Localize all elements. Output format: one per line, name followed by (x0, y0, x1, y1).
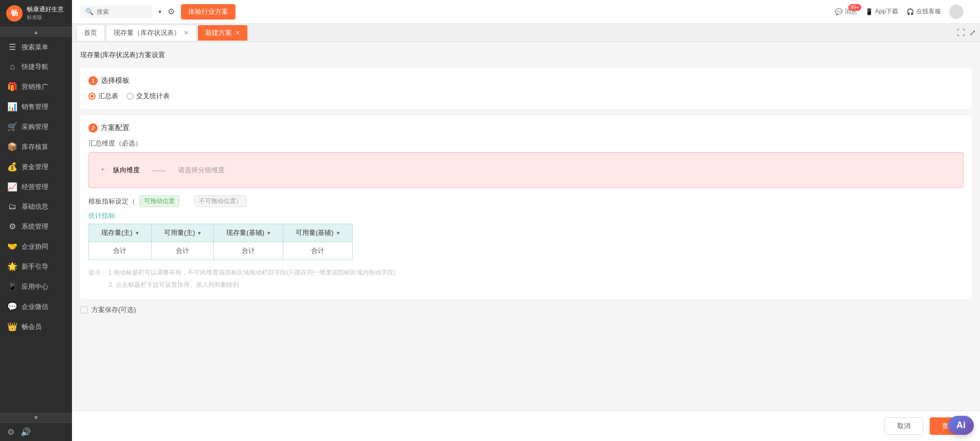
dimension-box: * 纵向维度 —— 请选择分组维度 (88, 152, 964, 188)
sidebar-item-label: 企业微信 (22, 302, 48, 311)
tag-fixed: 不可拖动位置） (194, 195, 247, 207)
step2-badge: 2 (88, 123, 98, 133)
col-available-qty-aux[interactable]: 可用量(基辅) ▾ (283, 224, 353, 242)
tab-inventory-close[interactable]: ✕ (184, 29, 189, 36)
tab-new-scheme[interactable]: 新建方案 ✕ (197, 25, 248, 41)
indicator-settings: 模板指标设定（ 可拖动位置 不可拖动位置） 统计指标 现存量(主) (88, 195, 964, 291)
speaker-icon[interactable]: 🔊 (21, 427, 31, 437)
col-current-qty-aux-dropdown[interactable]: ▾ (267, 230, 270, 236)
stat-table-data-row: 合计 合计 合计 合计 (89, 242, 353, 260)
col-current-qty-main[interactable]: 现存量(主) ▾ (89, 224, 152, 242)
sidebar-item-label: 新手引导 (22, 262, 48, 271)
sidebar-item-label: 基础信息 (22, 202, 48, 211)
tag-movable: 可拖动位置 (139, 195, 179, 207)
sidebar: 畅 畅康通好生意 标准版 ▲ ☰ 搜索菜单 ⌂ 快捷导航 🎁 营销推广 📊 销售… (0, 0, 72, 441)
tab-inventory-status[interactable]: 现存量（库存状况表） ✕ (106, 25, 196, 41)
radio-cross[interactable]: 交叉统计表 (126, 91, 170, 101)
template-radio-group: 汇总表 交叉统计表 (88, 91, 964, 101)
topbar: 🔍 ▾ ⚙ 体验行业方案 💬 消息 99+ 📱 App下载 🎧 在线客服 (72, 0, 980, 24)
search-icon: 🔍 (85, 8, 94, 15)
save-checkbox[interactable] (80, 306, 87, 314)
message-icon: 💬 (835, 8, 843, 15)
col-current-qty-main-dropdown[interactable]: ▾ (136, 230, 139, 236)
sidebar-item-operations[interactable]: 📈 经营管理 (0, 177, 72, 197)
required-mark: * (101, 167, 104, 174)
sidebar-item-base-info[interactable]: 🗂 基础信息 (0, 197, 72, 216)
stat-table-container: 统计指标 现存量(主) ▾ (88, 211, 964, 260)
bottom-actions: 取消 查询 (72, 411, 980, 441)
stat-table: 现存量(主) ▾ 可用量(主) ▾ (88, 224, 353, 260)
expand-icon[interactable]: ⤢ (969, 28, 976, 38)
tab-new-scheme-label: 新建方案 (205, 28, 232, 38)
settings-icon[interactable]: ⚙ (7, 427, 14, 437)
app-download-label: App下载 (875, 7, 898, 16)
experience-btn[interactable]: 体验行业方案 (181, 4, 235, 20)
headset-icon: 🎧 (906, 8, 914, 15)
sidebar-item-new-guide[interactable]: 🌟 新手引导 (0, 256, 72, 277)
ai-badge[interactable]: Ai (948, 416, 974, 435)
sidebar-item-wechat[interactable]: 💬 企业微信 (0, 297, 72, 317)
stat-table-header-row: 现存量(主) ▾ 可用量(主) ▾ (89, 224, 353, 242)
tab-home-label: 首页 (84, 28, 97, 38)
col-available-qty-aux-label: 可用量(基辅) (296, 228, 334, 237)
chevron-down-icon: ▾ (158, 8, 161, 15)
sidebar-item-quick-nav[interactable]: ⌂ 快捷导航 (0, 57, 72, 77)
col-current-qty-aux[interactable]: 现存量(基辅) ▾ (214, 224, 283, 242)
msg-button[interactable]: 💬 消息 99+ (835, 7, 857, 16)
sidebar-item-system[interactable]: ⚙ 系统管理 (0, 216, 72, 236)
dimension-arrow: —— (152, 167, 166, 174)
online-service-label: 在线客服 (916, 7, 941, 16)
dimension-label: 汇总维度（必选） (88, 139, 964, 148)
save-option-label: 方案保存(可选) (92, 305, 136, 315)
sidebar-item-search-menu[interactable]: ☰ 搜索菜单 (0, 37, 72, 57)
sidebar-scroll-up[interactable]: ▲ (0, 27, 72, 37)
radio-summary[interactable]: 汇总表 (88, 91, 118, 101)
sidebar-item-label: 系统管理 (22, 222, 48, 231)
tab-inventory-label: 现存量（库存状况表） (114, 28, 180, 38)
sidebar-item-label: 采购管理 (22, 122, 48, 132)
tab-home[interactable]: 首页 (76, 25, 105, 41)
restore-icon[interactable]: ⛶ (957, 28, 965, 38)
tip-1: 提示： 1.拖动标题栏可以调整布局，不可跨维度或指标区域拖动栏目字段(只能在同一… (88, 266, 964, 279)
search-menu-icon: ☰ (7, 42, 17, 52)
indicator-label: 模板指标设定（ 可拖动位置 不可拖动位置） (88, 195, 964, 207)
col-available-qty-aux-dropdown[interactable]: ▾ (337, 230, 340, 236)
sidebar-item-label: 经营管理 (22, 182, 48, 192)
col-available-qty-main-dropdown[interactable]: ▾ (198, 230, 201, 236)
col-available-qty-main[interactable]: 可用量(主) ▾ (151, 224, 214, 242)
topbar-dropdown[interactable]: ▾ (158, 8, 161, 15)
sidebar-item-app-center[interactable]: 📱 应用中心 (0, 277, 72, 297)
cancel-button[interactable]: 取消 (884, 417, 923, 435)
app-edition: 标准版 (27, 14, 64, 21)
search-input[interactable] (97, 8, 143, 15)
main-content: 🔍 ▾ ⚙ 体验行业方案 💬 消息 99+ 📱 App下载 🎧 在线客服 (72, 0, 980, 441)
app-download-button[interactable]: 📱 App下载 (865, 7, 898, 16)
col-available-qty-main-label: 可用量(主) (164, 228, 195, 237)
home-icon: ⌂ (7, 62, 17, 71)
sidebar-scroll-down[interactable]: ▼ (0, 413, 72, 422)
tabbar: 首页 现存量（库存状况表） ✕ 新建方案 ✕ ⛶ ⤢ (72, 24, 980, 42)
chart-icon: 📊 (7, 102, 17, 112)
sidebar-item-marketing[interactable]: 🎁 营销推广 (0, 77, 72, 97)
save-option: 方案保存(可选) (80, 305, 972, 315)
sidebar-item-purchase[interactable]: 🛒 采购管理 (0, 117, 72, 137)
sidebar-item-inventory[interactable]: 📦 库存核算 (0, 137, 72, 157)
online-service-button[interactable]: 🎧 在线客服 (906, 7, 941, 16)
sidebar-item-finance[interactable]: 💰 资金管理 (0, 157, 72, 177)
tip-2: 2. 点击标题栏下拉可设置排序、插入列和删除列 (88, 279, 964, 291)
folder-icon: 🗂 (7, 202, 17, 211)
sidebar-item-enterprise[interactable]: 🤝 企业协同 (0, 236, 72, 256)
step2-card: 2 方案配置 汇总维度（必选） * 纵向维度 —— 请选择分组维度 模板指标设定… (80, 115, 972, 299)
tab-new-scheme-close[interactable]: ✕ (235, 29, 240, 36)
phone-icon: 📱 (865, 8, 873, 15)
sidebar-item-label: 快捷导航 (22, 62, 48, 71)
dimension-placeholder[interactable]: 请选择分组维度 (178, 166, 225, 175)
sidebar-item-label: 销售管理 (22, 102, 48, 112)
sidebar-item-member[interactable]: 👑 畅会员 (0, 317, 72, 337)
dimension-vertical-label: 纵向维度 (113, 166, 140, 175)
step1-title: 1 选择模板 (88, 76, 964, 85)
crown-icon: 👑 (7, 322, 17, 332)
topbar-gear-icon[interactable]: ⚙ (168, 7, 175, 16)
sidebar-item-sales[interactable]: 📊 销售管理 (0, 97, 72, 117)
topbar-right: 💬 消息 99+ 📱 App下载 🎧 在线客服 (835, 5, 972, 19)
